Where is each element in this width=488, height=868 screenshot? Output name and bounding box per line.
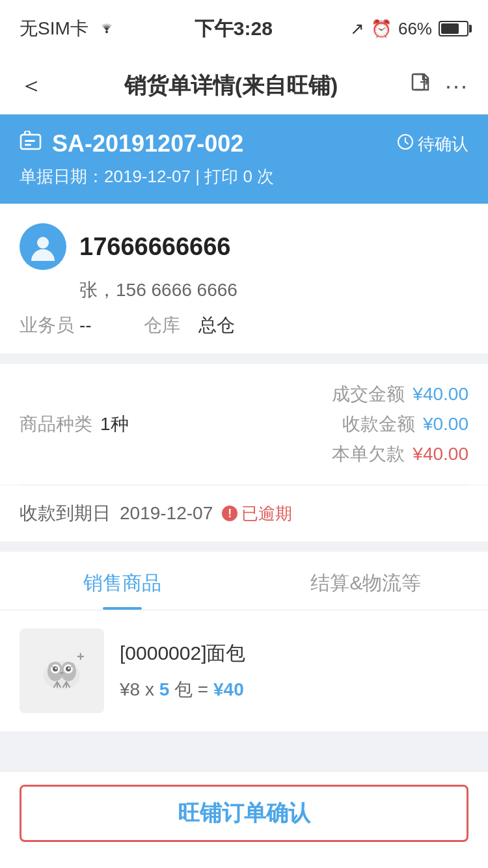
share-icon[interactable] <box>409 72 432 100</box>
product-price: ¥8 x 5 包 = ¥40 <box>120 677 468 702</box>
confirm-button-wrap: 旺铺订单确认 <box>0 771 488 868</box>
tab-sales-products[interactable]: 销售商品 <box>0 552 244 610</box>
warehouse-label: 仓库 <box>144 313 180 338</box>
warehouse-meta: 仓库 总仓 <box>144 313 235 338</box>
tab-settlement[interactable]: 结算&物流等 <box>244 552 488 610</box>
product-info: [0000002]面包 ¥8 x 5 包 = ¥40 <box>120 640 468 702</box>
warehouse-value: 总仓 <box>198 313 235 338</box>
battery-percent: 66% <box>398 19 432 39</box>
clock-icon <box>397 133 414 155</box>
kind-value: 1种 <box>100 412 129 437</box>
divider-2 <box>0 541 488 552</box>
more-icon[interactable]: ··· <box>445 72 468 100</box>
overdue-badge: ! 已逾期 <box>222 502 292 525</box>
due-date-card: 收款到期日 2019-12-07 ! 已逾期 <box>0 485 488 541</box>
order-status: 待确认 <box>397 133 468 156</box>
debt-value: ¥40.00 <box>413 444 468 465</box>
status-right: ↗ ⏰ 66% <box>350 19 468 39</box>
order-header-banner: SA-20191207-002 待确认 单据日期：2019-12-07 | 打印… <box>0 115 488 204</box>
order-id: SA-20191207-002 <box>20 130 243 157</box>
overdue-text: 已逾期 <box>241 502 292 525</box>
status-left: 无SIM卡 <box>20 16 117 41</box>
sales-meta: 业务员 -- <box>20 313 92 338</box>
alarm-icon: ⏰ <box>371 19 392 39</box>
divider-1 <box>0 353 488 364</box>
svg-rect-4 <box>25 144 31 146</box>
product-qty: 5 <box>159 679 170 699</box>
order-date-print: 单据日期：2019-12-07 | 打印 0 次 <box>20 165 468 188</box>
overdue-icon: ! <box>222 506 237 521</box>
svg-text:+: + <box>77 649 85 664</box>
wifi-icon <box>96 18 117 39</box>
amount-label: 成交金额 <box>332 382 405 407</box>
avatar <box>20 223 66 270</box>
status-time: 下午3:28 <box>195 16 273 42</box>
amount-row: 成交金额 ¥40.00 <box>332 382 468 407</box>
due-date-value: 2019-12-07 <box>120 503 213 524</box>
customer-meta: 业务员 -- 仓库 总仓 <box>20 313 468 338</box>
svg-point-6 <box>37 237 49 249</box>
tabs: 销售商品 结算&物流等 <box>0 552 488 610</box>
kind-label: 商品种类 <box>20 412 92 437</box>
received-label: 收款金额 <box>342 412 415 437</box>
nav-bar: ＜ 销货单详情(来自旺铺) ··· <box>0 57 488 115</box>
customer-phone: 17666666666 <box>79 233 230 261</box>
summary-left: 商品种类 1种 <box>20 412 129 437</box>
sales-label: 业务员 <box>20 313 74 338</box>
svg-rect-3 <box>25 140 35 142</box>
battery-icon <box>439 21 468 36</box>
product-list: + [0000002]面包 ¥8 x 5 包 = ¥40 <box>0 610 488 731</box>
due-date-label: 收款到期日 <box>20 501 111 526</box>
debt-row: 本单欠款 ¥40.00 <box>332 442 468 467</box>
summary-card: 商品种类 1种 成交金额 ¥40.00 收款金额 ¥0.00 本单欠款 ¥40.… <box>0 364 488 485</box>
product-total: ¥40 <box>213 679 244 699</box>
svg-point-15 <box>68 668 70 670</box>
received-value: ¥0.00 <box>423 414 468 435</box>
svg-point-0 <box>105 31 108 33</box>
received-row: 收款金额 ¥0.00 <box>342 412 468 437</box>
customer-name: 张，156 6666 6666 <box>79 278 468 303</box>
debt-label: 本单欠款 <box>332 442 405 467</box>
confirm-order-button[interactable]: 旺铺订单确认 <box>20 785 468 842</box>
product-thumbnail: + <box>20 629 104 713</box>
location-icon: ↗ <box>350 19 364 39</box>
product-name: [0000002]面包 <box>120 640 468 667</box>
svg-point-14 <box>55 668 57 670</box>
amount-value: ¥40.00 <box>413 384 468 405</box>
back-button[interactable]: ＜ <box>20 70 59 102</box>
order-icon <box>20 130 44 157</box>
nav-title: 销货单详情(来自旺铺) <box>59 71 403 101</box>
nav-actions: ··· <box>403 72 468 100</box>
table-row: + [0000002]面包 ¥8 x 5 包 = ¥40 <box>0 610 488 731</box>
status-bar: 无SIM卡 下午3:28 ↗ ⏰ 66% <box>0 0 488 57</box>
carrier-label: 无SIM卡 <box>20 16 88 41</box>
customer-card: 17666666666 张，156 6666 6666 业务员 -- 仓库 总仓 <box>0 204 488 353</box>
summary-right: 成交金额 ¥40.00 收款金额 ¥0.00 本单欠款 ¥40.00 <box>332 382 468 467</box>
sales-value: -- <box>79 315 92 336</box>
